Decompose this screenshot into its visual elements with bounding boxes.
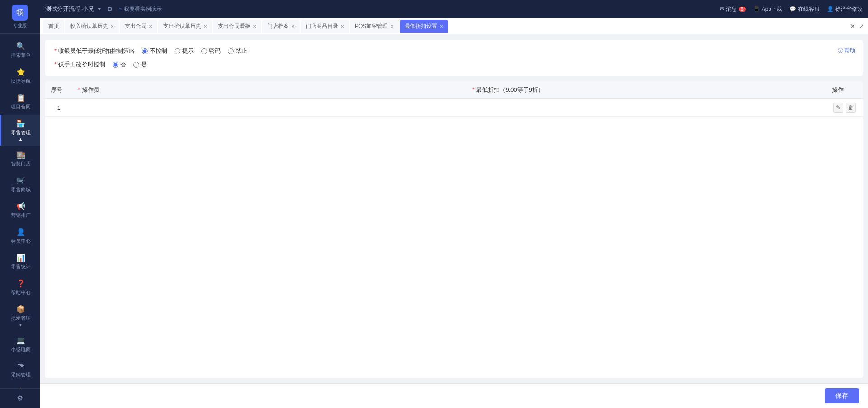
tab-payment-board-close[interactable]: ✕ <box>253 24 256 29</box>
content-area: ⓘ 帮助 收银员低于最低折扣控制策略 不控制 提示 <box>40 34 868 408</box>
topbar-settings-button[interactable]: ⚙ <box>107 5 113 13</box>
radio-no-control[interactable]: 不控制 <box>142 47 167 55</box>
tabs-close-button[interactable]: ✕ <box>850 23 855 30</box>
radio-password[interactable]: 密码 <box>201 47 221 55</box>
radio-price-no-input[interactable] <box>113 62 118 68</box>
project-name: 测试分开流程-小兄 <box>45 5 94 13</box>
page-content: ⓘ 帮助 收银员低于最低折扣控制策略 不控制 提示 <box>40 34 868 383</box>
tab-store-products-label: 门店商品目录 <box>306 23 338 30</box>
tab-home[interactable]: 首页 <box>43 20 64 33</box>
user-avatar-icon: 👤 <box>827 6 834 12</box>
app-download-button[interactable]: 📱 App下载 <box>753 5 782 13</box>
tab-payment-board-label: 支出合同看板 <box>218 23 250 30</box>
delete-row-button[interactable]: 🗑 <box>846 103 856 113</box>
radio-forbid[interactable]: 禁止 <box>228 47 247 55</box>
tab-pos-password-label: POS加密管理 <box>355 23 388 30</box>
radio-price-yes-input[interactable] <box>133 62 139 68</box>
online-service-label: 在线客服 <box>798 5 820 13</box>
project-dropdown-icon: ▼ <box>97 6 102 12</box>
tab-pos-password[interactable]: POS加密管理 ✕ <box>350 20 399 33</box>
tab-min-discount-close[interactable]: ✕ <box>439 24 443 29</box>
sidebar-item-member[interactable]: 👤 会员中心 <box>0 223 40 249</box>
table-row: 1 ✎ 🗑 <box>45 99 863 117</box>
radio-forbid-input[interactable] <box>228 48 234 54</box>
tab-income-confirm[interactable]: 收入确认单历史 ✕ <box>65 20 119 33</box>
sidebar-item-project[interactable]: 📋 项目合同 <box>0 89 40 115</box>
user-profile-button[interactable]: 👤 徐泽华修改 <box>827 5 863 13</box>
tabs-expand-button[interactable]: ⤢ <box>859 23 864 30</box>
demo-link[interactable]: ○ 我要看实例演示 <box>118 5 162 13</box>
sidebar-item-marketing[interactable]: 📢 营销推广 <box>0 197 40 223</box>
sidebar-settings-button[interactable]: ⚙ <box>17 394 23 403</box>
tab-min-discount[interactable]: 最低折扣设置 ✕ <box>400 20 448 33</box>
help-label: 帮助 <box>844 47 855 55</box>
search-icon: 🔍 <box>16 42 25 51</box>
radio-remind-input[interactable] <box>175 48 180 54</box>
tab-payment-confirm[interactable]: 支出确认单历史 ✕ <box>158 20 212 33</box>
discount-policy-label: 收银员低于最低折扣控制策略 <box>54 47 135 55</box>
discount-table: 序号 操作员 最低折扣（9.00等于9折） 操作 1 <box>45 81 863 117</box>
radio-remind[interactable]: 提示 <box>175 47 194 55</box>
user-name-label: 徐泽华修改 <box>835 5 863 13</box>
tab-store-products-close[interactable]: ✕ <box>340 24 344 29</box>
main-area: 测试分开流程-小兄 ▼ ⚙ ○ 我要看实例演示 ✉ 消息 8 📱 App下载 💬… <box>40 0 868 408</box>
col-header-discount: 最低折扣（9.00等于9折） <box>467 81 826 99</box>
message-button[interactable]: ✉ 消息 8 <box>720 5 746 13</box>
sidebar-item-smart-store[interactable]: 🏬 智慧门店 <box>0 146 40 172</box>
tab-payment-board[interactable]: 支出合同看板 ✕ <box>213 20 261 33</box>
save-button[interactable]: 保存 <box>825 388 859 403</box>
sidebar-item-purchase[interactable]: 🛍 采购管理 <box>0 357 40 383</box>
tabs-controls: ✕ ⤢ <box>850 23 864 30</box>
tab-store-products[interactable]: 门店商品目录 ✕ <box>301 20 349 33</box>
retail-icon: 🏪 <box>16 119 25 128</box>
action-icons-group: ✎ 🗑 <box>832 103 857 113</box>
online-service-button[interactable]: 💬 在线客服 <box>789 5 820 13</box>
online-store-icon: 🛒 <box>16 176 25 185</box>
cell-operator <box>72 99 467 117</box>
edit-row-button[interactable]: ✎ <box>833 103 843 113</box>
sidebar-item-ecommerce[interactable]: 💻 小畅电商 <box>0 332 40 357</box>
sidebar-item-search[interactable]: 🔍 搜索菜单 <box>0 38 40 63</box>
col-header-seq: 序号 <box>45 81 72 99</box>
sidebar-item-retail-stat[interactable]: 📊 零售统计 <box>0 249 40 275</box>
project-selector[interactable]: 测试分开流程-小兄 ▼ <box>45 5 102 13</box>
radio-password-label: 密码 <box>209 47 221 55</box>
sidebar-item-wholesale[interactable]: 📦 批发管理 ▼ <box>0 300 40 332</box>
tab-payment-contract-close[interactable]: ✕ <box>149 24 152 29</box>
app-download-icon: 📱 <box>753 6 760 12</box>
sidebar-item-online-store[interactable]: 🛒 零售商城 <box>0 172 40 197</box>
radio-price-no-label: 否 <box>120 61 126 69</box>
settings-form-card: ⓘ 帮助 收银员低于最低折扣控制策略 不控制 提示 <box>45 40 863 76</box>
sidebar-item-retail[interactable]: 🏪 零售管理 ▲ <box>0 115 40 146</box>
tab-store-archive-close[interactable]: ✕ <box>291 24 295 29</box>
wholesale-arrow-icon: ▼ <box>19 323 23 327</box>
tab-home-label: 首页 <box>48 23 59 30</box>
cell-seq: 1 <box>45 99 72 117</box>
tab-income-confirm-close[interactable]: ✕ <box>110 24 114 29</box>
tab-payment-contract-label: 支出合同 <box>125 23 146 30</box>
radio-no-control-input[interactable] <box>142 48 148 54</box>
tab-store-archive[interactable]: 门店档案 ✕ <box>262 20 300 33</box>
wholesale-icon: 📦 <box>16 305 25 314</box>
demo-label: 我要看实例演示 <box>124 5 162 13</box>
purchase-icon: 🛍 <box>17 362 24 370</box>
shortcut-icon: ⭐ <box>16 68 25 76</box>
tab-payment-confirm-close[interactable]: ✕ <box>203 24 207 29</box>
tabs-bar: 首页 收入确认单历史 ✕ 支出合同 ✕ 支出确认单历史 ✕ 支出合同看板 ✕ 门… <box>40 18 868 34</box>
sidebar-menu: 🔍 搜索菜单 ⭐ 快捷导航 📋 项目合同 🏪 零售管理 ▲ 🏬 智慧门店 🛒 零… <box>0 34 40 388</box>
radio-price-yes[interactable]: 是 <box>133 61 147 69</box>
sidebar-logo: 畅 专业版 <box>0 0 40 34</box>
sidebar-item-inventory[interactable]: 📦 库存核算 <box>0 383 40 388</box>
app-logo-icon: 畅 <box>12 5 28 21</box>
marketing-icon: 📢 <box>16 202 25 211</box>
help-button[interactable]: ⓘ 帮助 <box>838 47 855 55</box>
radio-remind-label: 提示 <box>182 47 194 55</box>
sidebar-item-help[interactable]: ❓ 帮助中心 <box>0 275 40 300</box>
radio-price-no[interactable]: 否 <box>113 61 126 69</box>
tab-pos-password-close[interactable]: ✕ <box>390 24 394 29</box>
sidebar-item-shortcut[interactable]: ⭐ 快捷导航 <box>0 63 40 89</box>
radio-password-input[interactable] <box>201 48 207 54</box>
cell-action: ✎ 🗑 <box>826 99 863 117</box>
col-header-operator: 操作员 <box>72 81 467 99</box>
tab-payment-contract[interactable]: 支出合同 ✕ <box>120 20 157 33</box>
